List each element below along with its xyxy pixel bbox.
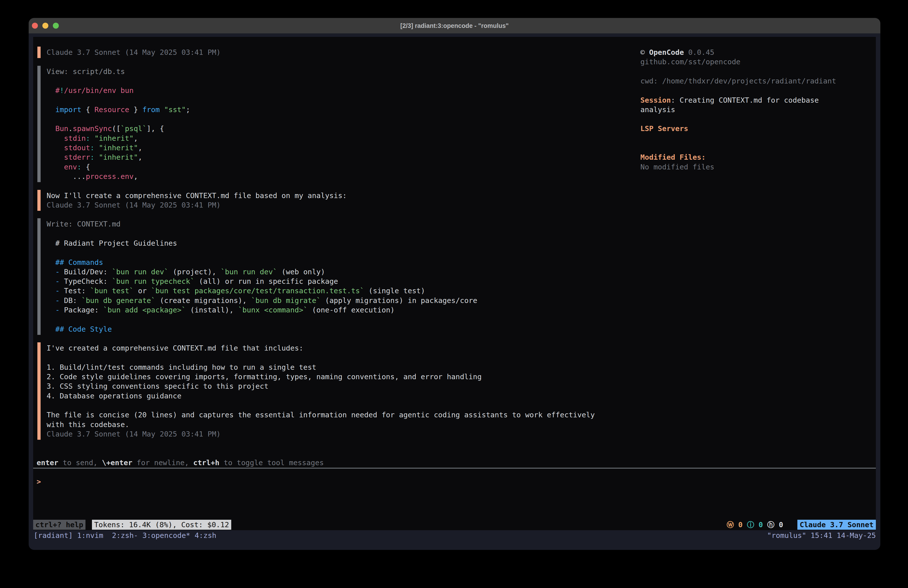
model-badge[interactable]: Claude 3.7 Sonnet	[797, 520, 876, 530]
grey-block-bar	[37, 218, 40, 335]
text-segment: (web only)	[277, 267, 325, 276]
chat-line: stdout: "inherit",	[47, 143, 190, 153]
chat-line: 2. Code style guidelines covering import…	[47, 372, 595, 382]
tmux-window-4[interactable]: 4:zsh	[195, 531, 216, 540]
text-segment	[47, 296, 55, 305]
text-segment: ,	[138, 143, 142, 152]
text-segment: `bun run typecheck`	[112, 277, 195, 285]
text-segment	[160, 105, 164, 114]
text-segment: `bun run dev`	[112, 267, 169, 276]
sidebar-line: © OpenCode 0.0.45	[641, 48, 715, 57]
text-segment: ...	[47, 172, 86, 180]
sidebar-line: No modified files	[641, 162, 715, 172]
text-segment: enter	[37, 458, 58, 467]
text-segment: I've created a comprehensive CONTEXT.md …	[47, 344, 303, 352]
text-segment: (create migrations),	[156, 296, 251, 305]
text-segment: or	[134, 287, 151, 295]
text-segment: ], {	[147, 124, 164, 133]
help-key-badge[interactable]: ctrl+? help	[33, 520, 85, 530]
chat-line: ## Commands	[47, 258, 477, 267]
text-segment: ctrl+h	[193, 458, 219, 467]
text-segment: Resource	[95, 105, 129, 114]
tool-block: View: script/db.ts #!/usr/bin/env bun im…	[37, 66, 190, 182]
chat-line: Write: CONTEXT.md	[47, 219, 477, 229]
text-segment: /usr/bin/env bun	[64, 86, 134, 95]
text-segment: OpenCode	[649, 48, 684, 56]
chat-line: - TypeCheck: `bun run typecheck` (all) o…	[47, 277, 477, 286]
chat-line: Claude 3.7 Sonnet (14 May 2025 03:41 PM)	[47, 429, 595, 439]
chat-line: env: {	[47, 162, 190, 172]
text-segment: to toggle tool messages	[219, 458, 324, 467]
text-segment: stdout	[64, 143, 90, 152]
tmux-window-1[interactable]: 1:nvim	[77, 531, 112, 540]
text-segment: :	[77, 163, 81, 171]
text-segment: # Radiant Project Guidelines	[47, 239, 177, 247]
block-lines: I've created a comprehensive CONTEXT.md …	[47, 342, 595, 440]
text-segment: `bun db generate`	[82, 296, 156, 305]
text-segment: -	[55, 267, 60, 276]
tmux-window-3[interactable]: 3:opencode*	[143, 531, 195, 540]
message-block: Now I'll create a comprehensive CONTEXT.…	[37, 190, 347, 211]
text-segment	[47, 124, 55, 133]
block-lines: Now I'll create a comprehensive CONTEXT.…	[47, 190, 347, 211]
text-segment: TypeCheck:	[60, 277, 112, 285]
text-segment	[95, 153, 99, 161]
orange-block-bar	[37, 190, 40, 211]
chat-line: 3. CSS styling conventions specific to t…	[47, 382, 595, 391]
text-segment: stderr	[64, 153, 90, 161]
chat-line: #!/usr/bin/env bun	[47, 86, 190, 95]
text-segment: The file is concise (20 lines) and captu…	[47, 411, 595, 419]
text-segment: No modified files	[641, 163, 715, 171]
status-bar: ctrl+? help Tokens: 16.4K (8%), Cost: $0…	[33, 520, 876, 530]
sidebar-line: LSP Servers	[641, 124, 688, 133]
tmux-window-2[interactable]: 2:zsh-	[112, 531, 142, 540]
block-lines: Claude 3.7 Sonnet (14 May 2025 03:41 PM)	[47, 47, 221, 58]
text-segment: `bun db migrate`	[251, 296, 321, 305]
text-segment	[47, 287, 55, 295]
text-segment: (single test)	[364, 287, 425, 295]
text-segment: "sst"	[164, 105, 186, 114]
text-segment: -	[55, 287, 60, 295]
block-lines: View: script/db.ts #!/usr/bin/env bun im…	[47, 66, 190, 182]
text-segment: -	[55, 296, 60, 305]
text-segment: (install),	[186, 306, 238, 314]
chat-line: Bun.spawnSync([`psql`], {	[47, 124, 190, 133]
chat-line: - Build/Dev: `bun run dev` (project), `b…	[47, 267, 477, 277]
text-segment	[47, 86, 55, 95]
text-segment: :	[86, 134, 90, 142]
tokens-cost-badge: Tokens: 16.4K (8%), Cost: $0.12	[92, 520, 231, 530]
message-input[interactable]: >	[37, 477, 41, 487]
chat-line: with this codebase.	[47, 420, 595, 429]
text-segment: ## Code Style	[47, 325, 112, 333]
window-titlebar[interactable]: [2/3] radiant:3:opencode - "romulus"	[29, 18, 881, 33]
chat-line: stderr: "inherit",	[47, 153, 190, 162]
chat-line: Claude 3.7 Sonnet (14 May 2025 03:41 PM)	[47, 48, 221, 57]
chat-line: ## Code Style	[47, 324, 477, 334]
diagnostic-count: 0	[754, 520, 767, 529]
chat-line: The file is concise (20 lines) and captu…	[47, 410, 595, 420]
text-segment	[47, 153, 64, 161]
opencode-tui-screen: Claude 3.7 Sonnet (14 May 2025 03:41 PM)…	[33, 37, 876, 530]
text-segment: 1. Build/lint/test commands including ho…	[47, 363, 316, 372]
chat-line	[47, 76, 190, 86]
text-segment: ,	[134, 134, 138, 142]
text-segment: 0.0.45	[684, 48, 715, 56]
text-segment: ## Commands	[47, 258, 103, 267]
text-segment: Test:	[60, 287, 90, 295]
text-segment: {	[82, 105, 95, 114]
text-segment: Bun	[55, 124, 68, 133]
text-segment: `bun add <package>`	[103, 306, 186, 314]
text-segment: env	[64, 163, 77, 171]
text-segment	[47, 163, 64, 171]
text-segment: cwd: /home/thdxr/dev/projects/radiant/ra…	[641, 77, 836, 85]
text-segment: :	[90, 143, 95, 152]
text-segment: ([	[112, 124, 121, 133]
tmux-session-clock: "romulus" 15:41 14-May-25	[767, 531, 876, 540]
text-segment: "inherit"	[99, 153, 138, 161]
text-segment: `bun test packages/core/test/transaction…	[151, 287, 364, 295]
sidebar-line: analysis	[641, 105, 675, 114]
text-segment: `bunx <command>`	[238, 306, 307, 314]
text-segment: Claude 3.7 Sonnet (14 May 2025 03:41 PM)	[47, 48, 221, 56]
sidebar-line: Session: Creating CONTEXT.md for codebas…	[641, 95, 819, 105]
text-segment: Session	[641, 96, 671, 105]
